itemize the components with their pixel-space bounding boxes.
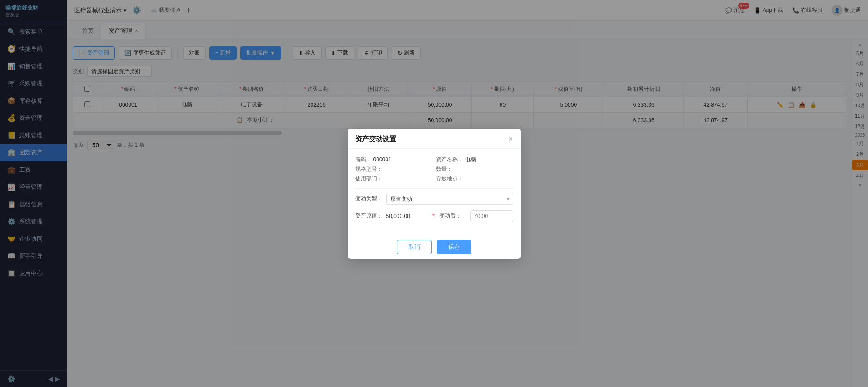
dialog-info-department: 使用部门： — [355, 175, 432, 183]
dialog-change-type-row: 变动类型： 原值变动 部门变动 存放地点变动 ▾ — [355, 193, 513, 205]
dialog-spec-label: 规格型号： — [355, 165, 382, 173]
dialog-close-btn[interactable]: × — [508, 135, 513, 143]
dialog-original-value-display: 50,000.00 — [386, 213, 410, 219]
dialog-code-label: 编码： — [355, 156, 372, 164]
dialog-department-label: 使用部门： — [355, 175, 382, 183]
dialog-body: 编码： 000001 资产名称： 电脑 规格型号： 数量： 使用部门： — [348, 149, 521, 235]
dialog-cancel-btn[interactable]: 取消 — [397, 240, 432, 254]
dialog-after-change-input[interactable] — [470, 210, 513, 222]
dialog-title: 资产变动设置 — [355, 135, 396, 144]
dialog-info-spec: 规格型号： — [355, 165, 432, 173]
dialog-quantity-label: 数量： — [436, 165, 452, 173]
dialog-change-type-control: 原值变动 部门变动 存放地点变动 ▾ — [386, 193, 513, 205]
dialog-change-type-label: 变动类型： — [355, 195, 382, 203]
dialog-info-code: 编码： 000001 — [355, 156, 432, 164]
dialog-original-value-row: 资产原值： 50,000.00 * 变动后： — [355, 210, 513, 222]
dialog-change-type-select[interactable]: 原值变动 部门变动 存放地点变动 — [386, 193, 513, 205]
after-change-required-mark: * — [432, 213, 435, 219]
dialog-info-storage: 存放地点： — [436, 175, 513, 183]
dialog-code-value: 000001 — [373, 156, 392, 163]
dialog-overlay: 资产变动设置 × 编码： 000001 资产名称： 电脑 规格型号： 数量： — [0, 0, 868, 387]
dialog-after-change-label: 变动后： — [439, 212, 466, 220]
dialog-footer: 取消 保存 — [348, 235, 521, 259]
dialog-after-change-control — [470, 210, 513, 222]
dialog-change-type-select-wrap: 原值变动 部门变动 存放地点变动 ▾ — [386, 193, 513, 205]
dialog-header: 资产变动设置 × — [348, 129, 521, 149]
dialog-info-asset-name: 资产名称： 电脑 — [436, 156, 513, 164]
dialog-save-btn[interactable]: 保存 — [437, 240, 471, 254]
dialog-info-grid: 编码： 000001 资产名称： 电脑 规格型号： 数量： 使用部门： — [355, 156, 513, 183]
asset-change-dialog: 资产变动设置 × 编码： 000001 资产名称： 电脑 规格型号： 数量： — [348, 129, 521, 259]
dialog-original-value-label: 资产原值： — [355, 212, 382, 220]
dialog-asset-name-label: 资产名称： — [436, 156, 463, 164]
dialog-asset-name-value: 电脑 — [465, 156, 476, 164]
dialog-info-quantity: 数量： — [436, 165, 513, 173]
dialog-divider — [355, 188, 513, 189]
dialog-storage-label: 存放地点： — [436, 175, 463, 183]
dialog-original-value-control: 50,000.00 — [386, 213, 429, 219]
